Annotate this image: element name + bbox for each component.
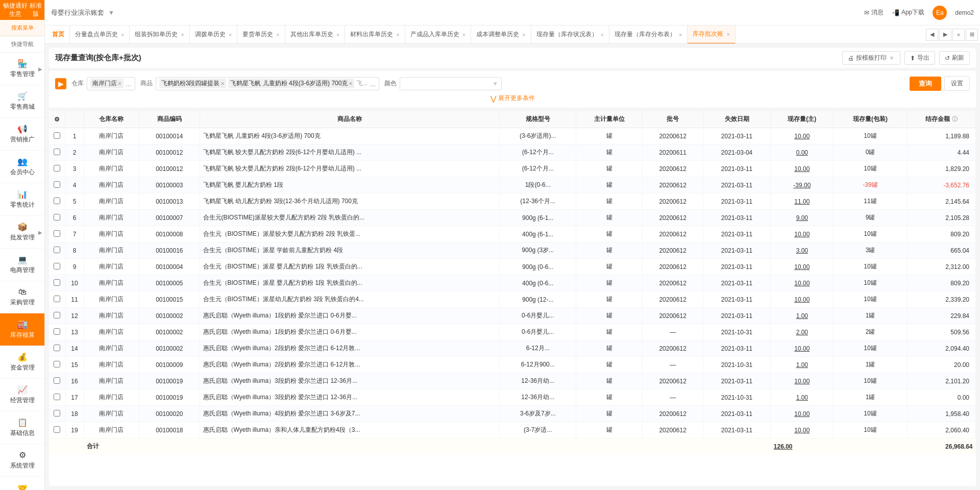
tab-fenliang[interactable]: 分量盘点单历史 ×: [70, 26, 130, 44]
close-pici[interactable]: ×: [726, 31, 729, 37]
sidebar-item-basic[interactable]: 📋 基础信息: [0, 411, 44, 444]
row-qty-main[interactable]: 10.00: [771, 406, 834, 422]
checkbox-5[interactable]: [54, 214, 60, 220]
row-checkbox[interactable]: [49, 422, 65, 438]
query-btn[interactable]: 查询: [910, 77, 941, 91]
row-checkbox[interactable]: [49, 128, 65, 144]
row-checkbox[interactable]: [49, 357, 65, 373]
row-qty-main[interactable]: 10.00: [771, 161, 834, 177]
sidebar-shortcut[interactable]: 快捷导航: [0, 36, 44, 53]
sidebar-item-ecommerce[interactable]: 💻 电商管理: [0, 249, 44, 281]
tab-next-btn[interactable]: ▶: [939, 29, 951, 41]
tab-chanpin[interactable]: 产成品入库单历史 ×: [405, 26, 471, 44]
goods-tag-1-remove[interactable]: ×: [220, 80, 224, 87]
checkbox-16[interactable]: [54, 394, 60, 400]
row-checkbox[interactable]: [49, 177, 65, 193]
row-checkbox[interactable]: [49, 324, 65, 340]
color-dropdown-icon[interactable]: ▼: [492, 80, 498, 87]
row-checkbox[interactable]: [49, 259, 65, 275]
warehouse-ellipsis[interactable]: ...: [126, 80, 132, 88]
row-checkbox[interactable]: [49, 242, 65, 259]
tab-qita[interactable]: 其他出库单历史 ×: [285, 26, 345, 44]
checkbox-2[interactable]: [54, 165, 60, 172]
checkbox-17[interactable]: [54, 410, 60, 416]
row-checkbox[interactable]: [49, 161, 65, 177]
close-kucun1[interactable]: ×: [601, 32, 604, 38]
checkbox-3[interactable]: [54, 181, 60, 188]
sidebar-item-retail[interactable]: 🏪 零售管理 ▶: [0, 53, 44, 85]
row-qty-main[interactable]: 10.00: [771, 340, 834, 357]
th-settings[interactable]: ⚙: [49, 111, 65, 128]
tab-kucun1[interactable]: 现存量（库存状况表） ×: [531, 26, 609, 44]
close-chengben[interactable]: ×: [522, 32, 525, 38]
checkbox-11[interactable]: [54, 312, 60, 318]
tab-chengben[interactable]: 成本调整单历史 ×: [471, 26, 531, 44]
refresh-btn[interactable]: ↺ 刷新: [939, 51, 970, 65]
settings-btn[interactable]: 设置: [944, 76, 970, 91]
app-download-btn[interactable]: 📲 App下载: [892, 8, 924, 17]
export-btn[interactable]: ⬆ 导出: [904, 51, 935, 65]
close-zuhe[interactable]: ×: [181, 32, 184, 38]
row-qty-main[interactable]: 3.00: [771, 242, 834, 259]
checkbox-1[interactable]: [54, 149, 60, 155]
goods-input[interactable]: 飞鹤奶粉3段四罐提装 × 飞鹤星飞帆 儿童奶粉 4段(3-6岁适用) 700克 …: [156, 77, 379, 90]
row-qty-main[interactable]: 11.00: [771, 193, 834, 210]
amount-info-icon[interactable]: ⓘ: [952, 116, 958, 122]
row-qty-main[interactable]: 10.00: [771, 128, 834, 144]
row-checkbox[interactable]: [49, 373, 65, 389]
sidebar-item-corp[interactable]: 🤝 企业协同: [0, 477, 44, 490]
sidebar-item-shop[interactable]: 🛒 零售商城: [0, 85, 44, 118]
row-qty-main[interactable]: 10.00: [771, 373, 834, 389]
close-fenliang[interactable]: ×: [121, 32, 124, 38]
checkbox-13[interactable]: [54, 345, 60, 351]
row-checkbox[interactable]: [49, 144, 65, 161]
checkbox-10[interactable]: [54, 296, 60, 302]
row-qty-main[interactable]: 1.00: [771, 308, 834, 324]
tab-menu-btn[interactable]: ⊞: [966, 29, 978, 41]
row-checkbox[interactable]: [49, 193, 65, 210]
sidebar-item-marketing[interactable]: 📢 营销推广: [0, 118, 44, 151]
row-qty-main[interactable]: 1.00: [771, 389, 834, 406]
tab-diaob[interactable]: 调拨单历史 ×: [190, 26, 237, 44]
close-yaohuo[interactable]: ×: [276, 32, 279, 38]
sidebar-item-purchase[interactable]: 🛍 采购管理: [0, 281, 44, 313]
template-print-btn[interactable]: 🖨 按模板打印 ▼: [842, 51, 900, 65]
row-qty-main[interactable]: 10.00: [771, 422, 834, 438]
goods-ellipsis[interactable]: ...: [370, 80, 376, 88]
tab-home[interactable]: 首页: [47, 26, 70, 44]
row-checkbox[interactable]: [49, 291, 65, 308]
row-checkbox[interactable]: [49, 389, 65, 406]
row-qty-main[interactable]: 10.00: [771, 275, 834, 291]
expand-conditions-btn[interactable]: ⋁ 展开更多条件: [55, 94, 970, 103]
tab-pici[interactable]: 库存批次账 ×: [688, 26, 735, 44]
close-diaob[interactable]: ×: [229, 32, 232, 38]
filter-toggle-btn[interactable]: ▶: [55, 78, 66, 89]
row-qty-main[interactable]: -39.00: [771, 177, 834, 193]
checkbox-9[interactable]: [54, 279, 60, 286]
sidebar-item-finance[interactable]: 💰 资金管理: [0, 346, 44, 379]
checkbox-4[interactable]: [54, 198, 60, 204]
close-cailiao[interactable]: ×: [396, 32, 399, 38]
sidebar-item-operations[interactable]: 📈 经营管理: [0, 379, 44, 411]
sidebar-search[interactable]: 搜索菜单: [0, 20, 44, 36]
tab-prev-btn[interactable]: ◀: [926, 29, 938, 41]
checkbox-15[interactable]: [54, 377, 60, 384]
row-qty-main[interactable]: 2.00: [771, 324, 834, 340]
row-checkbox[interactable]: [49, 406, 65, 422]
close-qita[interactable]: ×: [336, 32, 339, 38]
row-qty-main[interactable]: 10.00: [771, 226, 834, 242]
dropdown-icon[interactable]: ▼: [108, 9, 114, 16]
checkbox-18[interactable]: [54, 426, 60, 433]
warehouse-tag-remove[interactable]: ×: [118, 80, 121, 87]
warehouse-input[interactable]: 南岸门店 × ...: [87, 77, 135, 90]
row-checkbox[interactable]: [49, 226, 65, 242]
tab-kucun2[interactable]: 现存量（库存分布表） ×: [609, 26, 688, 44]
user-label[interactable]: demo2: [955, 9, 974, 16]
tab-close-btn[interactable]: ×: [952, 29, 965, 41]
color-input[interactable]: ▼: [400, 77, 502, 90]
message-btn[interactable]: ✉ 消息: [864, 8, 884, 17]
row-qty-main[interactable]: 10.00: [771, 291, 834, 308]
checkbox-8[interactable]: [54, 263, 60, 270]
checkbox-12[interactable]: [54, 328, 60, 335]
goods-tag-2-remove[interactable]: ×: [349, 80, 352, 87]
